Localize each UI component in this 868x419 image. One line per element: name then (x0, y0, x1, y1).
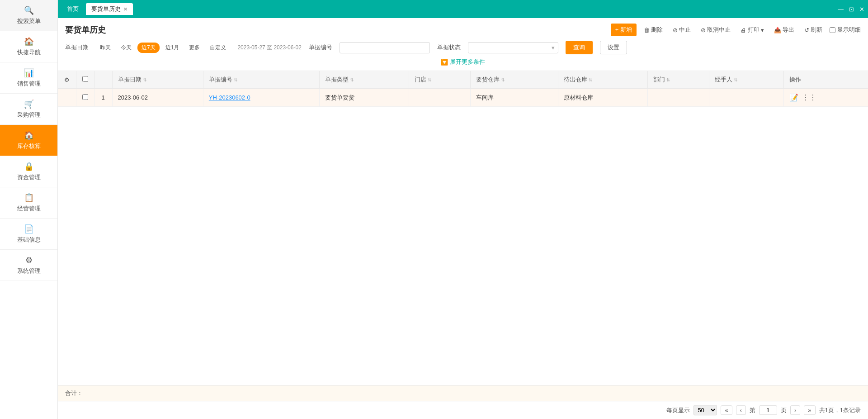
sort-handler-icon[interactable]: ⇅ (734, 77, 737, 82)
expand-more-icon: 🔽 (441, 59, 448, 66)
system-icon: ⚙ (25, 255, 33, 265)
sort-date-icon[interactable]: ⇅ (143, 77, 146, 82)
page-input[interactable] (759, 405, 777, 415)
show-detail-checkbox[interactable] (830, 27, 835, 33)
sidebar-item-shortcut[interactable]: 🏠 快捷导航 (0, 31, 57, 62)
export-icon: 📤 (774, 27, 781, 33)
tab-history[interactable]: 要货单历史 ✕ (86, 3, 133, 15)
inventory-icon: 🏠 (24, 130, 34, 140)
select-all-checkbox[interactable] (82, 76, 88, 82)
finance-icon: 🔒 (24, 162, 34, 171)
status-select[interactable] (468, 42, 558, 53)
th-settings[interactable]: ⚙ (58, 71, 76, 89)
delete-button[interactable]: 🗑 删除 (641, 24, 665, 36)
th-checkbox[interactable] (76, 71, 94, 89)
status-select-wrapper (468, 42, 558, 53)
sidebar-item-system[interactable]: ⚙ 系统管理 (0, 250, 57, 281)
refresh-button[interactable]: ↺ 刷新 (802, 24, 825, 36)
sidebar: 🔍 搜索菜单 🏠 快捷导航 📊 销售管理 🛒 采购管理 🏠 库存核算 🔒 资金管… (0, 0, 58, 419)
filter-row: 单据日期 昨天 今天 近7天 近1月 更多 自定义 2023-05-27 至 2… (65, 41, 861, 54)
row-more-icon[interactable]: ⋮⋮ (802, 93, 816, 102)
row-req-warehouse: 车间库 (471, 89, 558, 107)
cancel-stop-button[interactable]: ⊘ 取消中止 (698, 24, 733, 36)
th-bill-type[interactable]: 单据类型 ⇅ (319, 71, 409, 89)
window-maximize-icon[interactable]: ⊡ (849, 6, 854, 13)
th-ops: 操作 (784, 71, 868, 89)
th-pending-warehouse[interactable]: 待出仓库 ⇅ (558, 71, 647, 89)
print-button[interactable]: 🖨 打印 ▾ (738, 24, 767, 36)
sidebar-item-sales[interactable]: 📊 销售管理 (0, 62, 57, 94)
th-dept[interactable]: 部门 ⇅ (648, 71, 709, 89)
per-page-select[interactable]: 50 10 20 100 (693, 405, 717, 415)
home-icon: 🏠 (24, 37, 34, 47)
sidebar-item-inventory[interactable]: 🏠 库存核算 (0, 125, 57, 156)
th-date[interactable]: 单据日期 ⇅ (112, 71, 203, 89)
tab-close-icon[interactable]: ✕ (123, 6, 127, 12)
next-page-button[interactable]: › (790, 405, 800, 415)
sidebar-item-search[interactable]: 🔍 搜索菜单 (0, 0, 57, 31)
date-range-display: 2023-05-27 至 2023-06-02 (237, 44, 301, 52)
show-detail-area[interactable]: 显示明细 (830, 26, 861, 34)
date-btn-more[interactable]: 更多 (185, 43, 204, 53)
main-area: 首页 要货单历史 ✕ — ⊡ ✕ 要货单历史 + 新增 🗑 删除 (58, 0, 868, 419)
sidebar-item-operation[interactable]: 📋 经营管理 (0, 187, 57, 219)
row-select-checkbox[interactable] (82, 94, 88, 100)
sort-pending-warehouse-icon[interactable]: ⇅ (589, 77, 592, 82)
table-row: 1 2023-06-02 YH-20230602-0 要货单要货 车间库 原材料… (58, 89, 868, 107)
table-header-row: ⚙ 单据日期 ⇅ 单据编号 (58, 71, 868, 89)
sort-bill-no-icon[interactable]: ⇅ (234, 77, 237, 82)
row-checkbox[interactable] (76, 89, 94, 107)
total-info: 共1页，1条记录 (819, 406, 861, 414)
th-req-warehouse[interactable]: 要货仓库 ⇅ (471, 71, 558, 89)
row-num: 1 (94, 89, 112, 107)
sidebar-item-purchase[interactable]: 🛒 采购管理 (0, 94, 57, 125)
sort-dept-icon[interactable]: ⇅ (666, 77, 670, 82)
per-page-label: 每页显示 (666, 406, 690, 414)
expand-more-button[interactable]: 🔽 展开更多条件 (65, 58, 861, 66)
query-button[interactable]: 查询 (566, 41, 593, 54)
window-close-icon[interactable]: ✕ (859, 6, 864, 13)
date-btn-today[interactable]: 今天 (117, 43, 136, 53)
stop-icon: ⊘ (673, 27, 678, 33)
footer-sum: 合计： (58, 385, 868, 401)
top-bar: 首页 要货单历史 ✕ — ⊡ ✕ (58, 0, 868, 18)
sidebar-item-finance[interactable]: 🔒 资金管理 (0, 156, 57, 187)
th-num (94, 71, 112, 89)
data-table: ⚙ 单据日期 ⇅ 单据编号 (58, 71, 868, 107)
date-btn-1month[interactable]: 近1月 (161, 43, 184, 53)
date-btn-custom[interactable]: 自定义 (206, 43, 230, 53)
date-btn-7days[interactable]: 近7天 (137, 43, 160, 53)
page-title: 要货单历史 (65, 24, 106, 35)
sort-req-warehouse-icon[interactable]: ⇅ (501, 77, 505, 82)
row-edit-icon[interactable]: 📝 (789, 93, 798, 102)
row-ops: 📝 ⋮⋮ (784, 89, 868, 107)
export-button[interactable]: 📤 导出 (771, 24, 797, 36)
sidebar-item-basic[interactable]: 📄 基础信息 (0, 219, 57, 250)
settings-button[interactable]: 设置 (600, 41, 627, 54)
prev-page-button[interactable]: ‹ (736, 405, 746, 415)
stop-button[interactable]: ⊘ 中止 (670, 24, 693, 36)
th-bill-no[interactable]: 单据编号 ⇅ (203, 71, 319, 89)
page-suffix: 页 (781, 406, 787, 414)
date-btn-yesterday[interactable]: 昨天 (96, 43, 115, 53)
print-dropdown-icon: ▾ (761, 27, 764, 33)
tab-home[interactable]: 首页 (61, 3, 84, 15)
row-date: 2023-06-02 (112, 89, 203, 107)
row-dept (648, 89, 709, 107)
sort-store-icon[interactable]: ⇅ (428, 77, 431, 82)
th-handler[interactable]: 经手人 ⇅ (709, 71, 784, 89)
new-button[interactable]: + 新增 (611, 24, 637, 36)
date-filter-buttons: 昨天 今天 近7天 近1月 更多 自定义 (96, 43, 230, 53)
window-minimize-icon[interactable]: — (838, 6, 844, 13)
sort-bill-type-icon[interactable]: ⇅ (350, 77, 354, 82)
print-icon: 🖨 (741, 27, 746, 33)
row-bill-no[interactable]: YH-20230602-0 (203, 89, 319, 107)
top-bar-right: — ⊡ ✕ (838, 6, 864, 13)
purchase-icon: 🛒 (24, 99, 34, 109)
last-page-button[interactable]: » (804, 405, 815, 415)
bill-no-input[interactable] (340, 42, 430, 53)
first-page-button[interactable]: « (721, 405, 732, 415)
th-store[interactable]: 门店 ⇅ (409, 71, 470, 89)
row-bill-type: 要货单要货 (319, 89, 409, 107)
search-icon: 🔍 (24, 5, 34, 15)
